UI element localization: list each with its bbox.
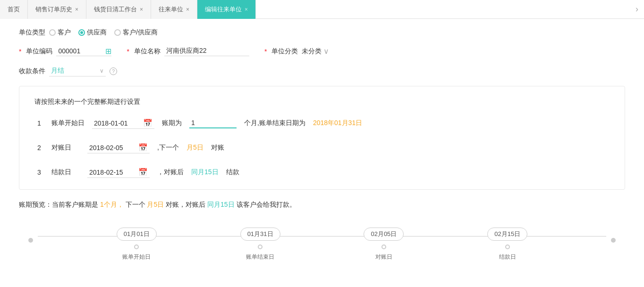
row3-label: 结款日	[51, 168, 80, 177]
radio-both-label: 客户/供应商	[123, 28, 158, 37]
tab-partner-close[interactable]: ×	[186, 6, 189, 13]
unit-classify-star: *	[264, 48, 267, 55]
radio-customer-circle	[49, 29, 56, 36]
timeline-point-3: 02月05日 对账日	[364, 228, 404, 261]
preview-text1: 下一个	[126, 201, 145, 208]
row2-label: 对账日	[51, 144, 80, 152]
radio-both[interactable]: 客户/供应商	[114, 28, 158, 37]
row1-calendar-icon[interactable]: 📅	[143, 118, 153, 127]
timeline-tag-2: 01月31日	[240, 228, 280, 241]
row1-label: 账单开始日	[51, 119, 85, 127]
timeline-label-2: 账单结束日	[246, 253, 274, 261]
row1-date-group: 📅	[92, 118, 154, 129]
tab-sales-order-close[interactable]: ×	[75, 6, 78, 13]
tab-cash-work[interactable]: 钱货日清工作台 ×	[86, 0, 151, 19]
unit-code-star: *	[19, 48, 21, 55]
payment-label: 收款条件	[19, 67, 45, 76]
row2-date-input[interactable]	[89, 144, 136, 152]
preview-highlight1: 1个月，	[100, 201, 124, 208]
row3-calendar-icon[interactable]: 📅	[138, 168, 148, 177]
preview-label: 账期预览：当前客户账期是	[19, 201, 98, 208]
radio-both-circle	[114, 29, 121, 36]
row3-date-input[interactable]	[89, 169, 136, 176]
settings-title: 请按照未来的一个完整帐期进行设置	[34, 98, 610, 106]
radio-customer-label: 客户	[58, 28, 71, 37]
settings-row-2: 2 对账日 📅 ,下一个 月5日 对账	[34, 142, 610, 153]
start-circle	[28, 238, 33, 243]
timeline-circle-4	[505, 245, 510, 249]
preview-text3: 该客户会给我打款。	[237, 201, 296, 208]
timeline-label-4: 结款日	[499, 253, 516, 261]
unit-code-input[interactable]	[56, 46, 103, 56]
row2-calendar-icon[interactable]: 📅	[138, 143, 148, 152]
unit-code-label: 单位编码	[26, 47, 52, 56]
settings-box: 请按照未来的一个完整帐期进行设置 1 账单开始日 📅 账期为 个月,账单结束日期…	[19, 86, 625, 190]
payment-chevron-icon: ∨	[100, 68, 104, 74]
timeline-end-dot	[611, 238, 616, 243]
unit-classify-value: 未分类	[302, 47, 322, 56]
tabs-bar: 首页 销售订单历史 × 钱货日清工作台 × 往来单位 × 编辑往来单位 × ›	[0, 0, 644, 19]
timeline-points: 01月01日 账单开始日 01月31日 账单结束日 02月05日 对账日	[28, 228, 616, 261]
unit-type-group: 单位类型 客户 供应商 客户/供应商	[19, 28, 158, 37]
radio-group-unit-type: 客户 供应商 客户/供应商	[49, 28, 158, 37]
tab-partner[interactable]: 往来单位 ×	[151, 0, 197, 19]
row2-desc-suffix: 对账	[211, 144, 224, 152]
timeline-point-2: 01月31日 账单结束日	[240, 228, 280, 261]
row3-desc-suffix: 结款	[226, 168, 239, 177]
tab-home[interactable]: 首页	[0, 0, 28, 19]
preview-highlight2: 月5日	[147, 201, 164, 208]
timeline-circle-1	[134, 245, 139, 249]
settings-row-1: 1 账单开始日 📅 账期为 个月,账单结束日期为 2018年01月31日	[34, 118, 610, 129]
row2-desc-highlight: 月5日	[186, 144, 203, 152]
tab-edit-partner-label: 编辑往来单位	[205, 5, 242, 14]
unit-code-group: * 单位编码 ⊞	[19, 46, 111, 56]
radio-customer[interactable]: 客户	[49, 28, 71, 37]
settings-row-3: 3 结款日 📅 ，对账后 同月15日 结款	[34, 167, 610, 178]
end-circle	[611, 238, 616, 243]
row2-desc-prefix: ,下一个	[157, 144, 179, 152]
tab-partner-label: 往来单位	[159, 5, 183, 14]
tabs-more-button[interactable]: ›	[630, 4, 644, 14]
preview-text2: 对账，对账后	[166, 201, 205, 208]
unit-code-copy-icon[interactable]: ⊞	[105, 47, 111, 56]
timeline-label-1: 账单开始日	[122, 253, 151, 261]
row2-num: 2	[34, 144, 44, 152]
row1-date-input[interactable]	[94, 119, 141, 127]
payment-help-icon[interactable]: ?	[110, 68, 117, 75]
tab-cash-work-close[interactable]: ×	[140, 6, 143, 13]
radio-supplier[interactable]: 供应商	[78, 28, 107, 37]
classify-chevron-icon: ∨	[323, 47, 329, 56]
timeline-point-1: 01月01日 账单开始日	[117, 228, 157, 261]
unit-name-input[interactable]	[164, 46, 249, 56]
row3-desc-highlight: 同月15日	[191, 168, 219, 177]
unit-classify-group: * 单位分类 未分类 ∨	[264, 47, 387, 56]
timeline-wrapper: 01月01日 账单开始日 01月31日 账单结束日 02月05日 对账日	[19, 223, 625, 266]
preview-highlight3: 同月15日	[207, 201, 235, 208]
payment-select[interactable]: 月结 ∨	[49, 66, 106, 76]
preview-text: 账期预览：当前客户账期是 1个月， 下一个 月5日 对账，对账后 同月15日 该…	[19, 199, 625, 210]
row1-num: 1	[34, 119, 44, 127]
unit-name-label: 单位名称	[134, 47, 161, 56]
tab-sales-order[interactable]: 销售订单历史 ×	[28, 0, 86, 19]
unit-classify-select[interactable]: 未分类 ∨	[302, 47, 387, 56]
radio-supplier-circle	[78, 29, 85, 36]
row1-period-prefix: 账期为	[162, 119, 182, 127]
radio-supplier-label: 供应商	[87, 28, 107, 37]
timeline-tag-3: 02月05日	[364, 228, 404, 241]
unit-info-row: * 单位编码 ⊞ * 单位名称 * 单位分类 未分类 ∨	[19, 46, 625, 56]
unit-name-star: *	[127, 48, 129, 55]
timeline-tag-1: 01月01日	[117, 228, 157, 241]
timeline-label-3: 对账日	[375, 253, 392, 261]
row3-num: 3	[34, 169, 44, 176]
row1-period-input[interactable]	[189, 118, 237, 128]
row3-desc-prefix: ，对账后	[157, 168, 184, 177]
tab-edit-partner-close[interactable]: ×	[245, 6, 248, 13]
tab-edit-partner[interactable]: 编辑往来单位 ×	[197, 0, 256, 19]
timeline-circle-3	[381, 245, 386, 249]
row3-date-group: 📅	[87, 167, 150, 178]
unit-name-group: * 单位名称	[127, 46, 249, 56]
unit-code-input-wrapper: ⊞	[56, 46, 111, 56]
tab-home-label: 首页	[8, 5, 20, 14]
row1-period-suffix: 个月,账单结束日期为	[244, 119, 305, 127]
row1-end-date: 2018年01月31日	[313, 119, 362, 127]
